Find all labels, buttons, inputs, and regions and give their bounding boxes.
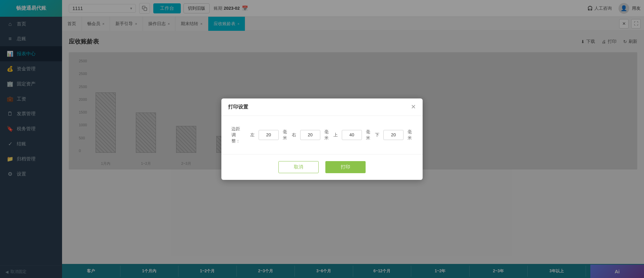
modal-header: 打印设置 ✕	[221, 98, 423, 116]
right-unit: 毫米	[324, 129, 329, 141]
bottom-unit: 毫米	[408, 129, 413, 141]
margin-label: 边距调整：	[231, 126, 244, 144]
bottom-margin-input[interactable]	[383, 130, 404, 140]
modal-title: 打印设置	[228, 104, 248, 110]
left-label: 左	[250, 132, 255, 138]
left-margin-input[interactable]	[259, 130, 279, 140]
top-margin-input[interactable]	[342, 130, 362, 140]
modal-footer: 取消 打印	[221, 154, 423, 180]
cancel-button[interactable]: 取消	[278, 161, 319, 173]
modal-overlay: 打印设置 ✕ 边距调整： 左 毫米 右 毫米 上 毫米 下 毫米 取消 打印	[0, 0, 644, 278]
modal-close-button[interactable]: ✕	[411, 104, 416, 110]
top-unit: 毫米	[366, 129, 371, 141]
right-label: 右	[292, 132, 296, 138]
margin-row: 边距调整： 左 毫米 右 毫米 上 毫米 下 毫米	[231, 126, 413, 144]
print-settings-modal: 打印设置 ✕ 边距调整： 左 毫米 右 毫米 上 毫米 下 毫米 取消 打印	[221, 98, 423, 180]
modal-body: 边距调整： 左 毫米 右 毫米 上 毫米 下 毫米	[221, 116, 423, 154]
left-unit: 毫米	[283, 129, 288, 141]
right-margin-input[interactable]	[300, 130, 320, 140]
bottom-label: 下	[375, 132, 379, 138]
confirm-print-button[interactable]: 打印	[325, 161, 366, 173]
top-label: 上	[333, 132, 338, 138]
